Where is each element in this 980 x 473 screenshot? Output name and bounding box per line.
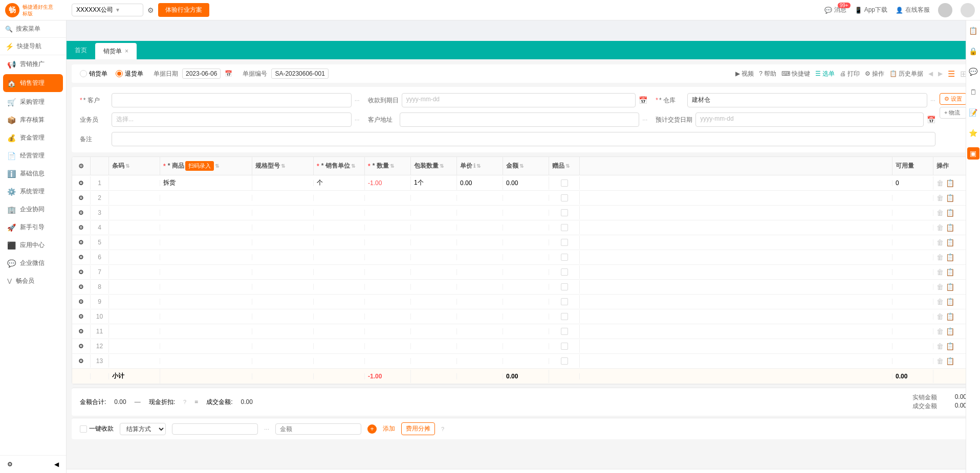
td-row-pkgqty[interactable] — [411, 210, 457, 216]
prev-icon[interactable]: ◀ — [928, 70, 933, 77]
td-row-settings[interactable]: ⚙ — [72, 340, 91, 353]
gift-checkbox[interactable] — [561, 328, 568, 335]
td-row-spec[interactable] — [252, 284, 314, 290]
customer-dots[interactable]: ··· — [355, 97, 360, 104]
gift-checkbox[interactable] — [561, 343, 568, 350]
td-row-price[interactable] — [457, 328, 503, 334]
td-row-remark[interactable] — [580, 328, 892, 334]
delete-row-icon[interactable]: 🗑 — [937, 223, 944, 232]
td-row-settings[interactable]: ⚙ — [72, 251, 91, 264]
td-row-spec[interactable] — [252, 239, 314, 245]
delete-row-icon[interactable]: 🗑 — [937, 253, 944, 261]
td-row-product[interactable] — [160, 239, 252, 245]
td-row-gift[interactable] — [549, 265, 580, 279]
sidebar-item-inventory[interactable]: 📦 库存核算 — [0, 111, 66, 129]
td-row-barcode[interactable] — [109, 269, 160, 275]
delete-row-icon[interactable]: 🗑 — [937, 209, 944, 217]
sidebar-search[interactable]: 🔍 搜索菜单 — [0, 20, 66, 38]
td-row-barcode[interactable] — [109, 180, 160, 186]
td-row-price[interactable] — [457, 195, 503, 201]
print-btn[interactable]: 🖨 打印 — [840, 70, 860, 78]
td-row-qty[interactable] — [365, 328, 411, 334]
td-row-barcode[interactable] — [109, 284, 160, 290]
remark-input[interactable] — [112, 132, 935, 146]
radio-sales-order[interactable]: 销货单 — [80, 70, 107, 78]
tab-close-icon[interactable]: × — [125, 48, 128, 55]
td-row-price[interactable] — [457, 343, 503, 349]
td-row-qty[interactable] — [365, 269, 411, 275]
td-row-settings[interactable]: ⚙ — [72, 221, 91, 234]
td-row-unit[interactable] — [314, 358, 365, 364]
td-row-settings[interactable]: ⚙ — [72, 206, 91, 219]
td-row-price[interactable] — [457, 299, 503, 305]
td-row-qty[interactable] — [365, 195, 411, 201]
delete-row-icon[interactable]: 🗑 — [937, 342, 944, 350]
td-row-unit[interactable] — [314, 269, 365, 275]
calendar-icon-3[interactable]: 📅 — [927, 116, 935, 124]
tab-home[interactable]: 首页 — [67, 41, 95, 59]
copy-row-icon[interactable]: 📋 — [946, 179, 954, 187]
td-row-spec[interactable] — [252, 180, 314, 186]
order-no-value[interactable]: SA-20230606-001 — [271, 69, 328, 79]
delivery-input[interactable]: yyyy-mm-dd — [695, 112, 924, 127]
right-panel-icon-7[interactable]: ▣ — [967, 147, 979, 160]
copy-row-icon[interactable]: 📋 — [946, 194, 954, 202]
td-row-product[interactable] — [160, 343, 252, 349]
td-row-price[interactable] — [457, 210, 503, 216]
td-row-barcode[interactable] — [109, 299, 160, 305]
th-settings[interactable]: ⚙ — [72, 157, 91, 175]
try-button[interactable]: 体验行业方案 — [158, 3, 209, 17]
td-row-barcode[interactable] — [109, 313, 160, 320]
gift-checkbox[interactable] — [561, 298, 568, 305]
sidebar-item-marketing[interactable]: 📢 营销推广 — [0, 55, 66, 73]
logistics-action-btn[interactable]: + 物流 — [940, 107, 967, 119]
sort-barcode-icon[interactable]: ⇅ — [125, 163, 129, 169]
delete-row-icon[interactable]: 🗑 — [937, 327, 944, 335]
td-row-spec[interactable] — [252, 313, 314, 320]
sort-price-icon[interactable]: ⇅ — [476, 163, 481, 169]
sort-qty-icon[interactable]: ⇅ — [390, 163, 394, 169]
td-row-product[interactable] — [160, 313, 252, 320]
td-row-unit[interactable] — [314, 239, 365, 245]
calc-method-select[interactable]: 结算方式 — [120, 423, 166, 435]
td-row-qty[interactable]: -1.00 — [365, 176, 411, 190]
td-row-gift[interactable] — [549, 340, 580, 353]
td-row-amount[interactable] — [503, 343, 549, 349]
td-row-product[interactable] — [160, 210, 252, 216]
td-row-spec[interactable] — [252, 299, 314, 305]
account-dots[interactable]: ··· — [264, 425, 269, 433]
copy-row-icon[interactable]: 📋 — [946, 357, 954, 365]
td-row-pkgqty[interactable]: 1个 — [411, 175, 457, 190]
td-row-amount[interactable] — [503, 358, 549, 364]
sidebar-item-sales[interactable]: 🏠 销售管理 — [3, 74, 63, 92]
td-row-spec[interactable] — [252, 224, 314, 231]
td-row-spec[interactable] — [252, 343, 314, 349]
td-row-qty[interactable] — [365, 224, 411, 231]
td-row-barcode[interactable] — [109, 358, 160, 364]
copy-row-icon[interactable]: 📋 — [946, 298, 954, 306]
td-row-gift[interactable] — [549, 236, 580, 249]
sort-pkgqty-icon[interactable]: ⇅ — [440, 163, 444, 169]
sidebar-item-enterprise[interactable]: 🏢 企业协同 — [0, 200, 66, 218]
td-row-settings[interactable]: ⚙ — [72, 325, 91, 338]
td-row-spec[interactable] — [252, 328, 314, 334]
td-row-settings[interactable]: ⚙ — [72, 236, 91, 249]
addr-dots[interactable]: ··· — [642, 116, 647, 123]
td-row-qty[interactable] — [365, 343, 411, 349]
sidebar-item-members[interactable]: V 畅会员 — [0, 272, 66, 290]
td-row-qty[interactable] — [365, 358, 411, 364]
td-row-settings[interactable]: ⚙ — [72, 265, 91, 279]
shortcut-btn[interactable]: ⌨ 快捷键 — [781, 70, 810, 78]
delete-row-icon[interactable]: 🗑 — [937, 357, 944, 365]
collapse-icon[interactable]: ◀ — [54, 461, 59, 468]
copy-row-icon[interactable]: 📋 — [946, 268, 954, 276]
gift-checkbox[interactable] — [561, 179, 568, 187]
copy-row-icon[interactable]: 📋 — [946, 283, 954, 291]
td-row-settings[interactable]: ⚙ — [72, 354, 91, 368]
td-row-amount[interactable] — [503, 299, 549, 305]
td-row-barcode[interactable] — [109, 224, 160, 231]
td-row-unit[interactable] — [314, 195, 365, 201]
td-row-product[interactable]: 拆货 — [160, 175, 252, 190]
td-row-price[interactable] — [457, 254, 503, 260]
right-panel-icon-3[interactable]: 💬 — [967, 65, 979, 78]
